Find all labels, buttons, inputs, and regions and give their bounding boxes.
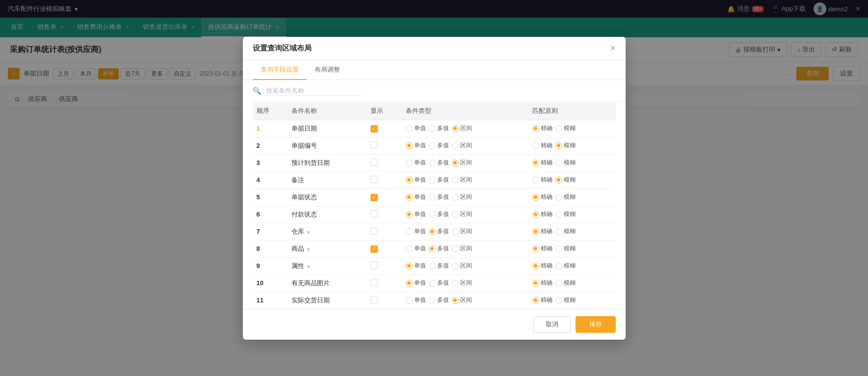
col-seq: 顺序 [253,102,288,114]
search-input[interactable] [264,86,362,96]
settings-dialog: 设置查询区域布局 × 查询字段设置 布局调整 🔍 顺序 条件名称 [243,37,626,114]
dialog-tab-layout-label: 布局调整 [315,66,340,73]
dialog-tab-layout[interactable]: 布局调整 [307,60,348,80]
dialog-header: 设置查询区域布局 × [243,37,626,60]
dialog-tab-fields[interactable]: 查询字段设置 [253,60,307,80]
col-display: 显示 [367,102,402,114]
col-type: 条件类型 [402,102,528,114]
search-icon: 🔍 [253,87,261,95]
dialog-tab-fields-label: 查询字段设置 [261,66,299,73]
conditions-table: 顺序 条件名称 显示 条件类型 匹配原则 1单据日期单值多值区间精确模糊2单据编… [253,102,616,114]
col-name: 条件名称 [288,102,367,114]
modal-overlay: 设置查询区域布局 × 查询字段设置 布局调整 🔍 顺序 条件名称 [0,0,868,113]
dialog-title: 设置查询区域布局 [253,44,312,53]
col-match: 匹配原则 [528,102,616,114]
table-header: 顺序 条件名称 显示 条件类型 匹配原则 [253,102,616,114]
dialog-tabs: 查询字段设置 布局调整 [243,60,626,80]
dialog-close-button[interactable]: × [610,44,616,53]
dialog-search-area: 🔍 [243,80,626,102]
dialog-table-wrapper: 顺序 条件名称 显示 条件类型 匹配原则 1单据日期单值多值区间精确模糊2单据编… [243,102,626,114]
